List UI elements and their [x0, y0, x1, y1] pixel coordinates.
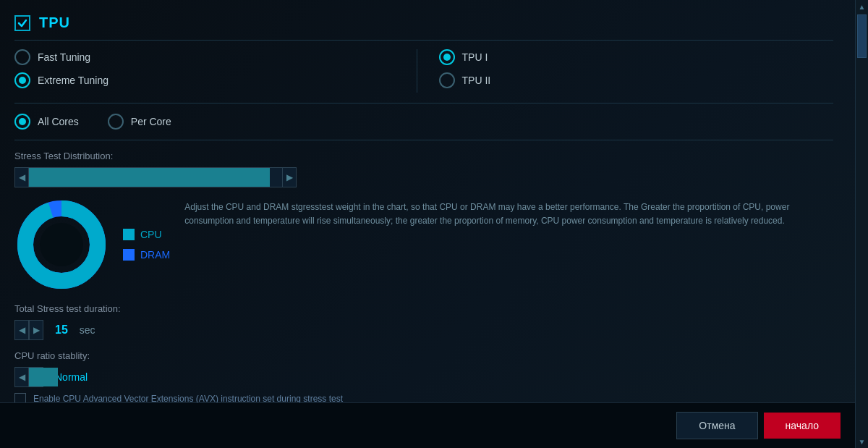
- enable-avx-row: Enable CPU Advanced Vector Extensions (A…: [14, 393, 833, 402]
- cores-row: All Cores Per Core: [14, 114, 833, 140]
- cpu-ratio-value: Normal: [55, 371, 88, 383]
- cpu-legend-label: CPU: [140, 229, 162, 240]
- duration-unit: sec: [80, 324, 95, 336]
- fast-tuning-radio[interactable]: [14, 49, 30, 65]
- stress-slider-left-arrow[interactable]: ◀: [14, 167, 29, 187]
- dram-legend-label: DRAM: [140, 249, 170, 261]
- scrollbar-thumb[interactable]: [857, 14, 867, 58]
- footer: Отмена начало: [0, 402, 855, 448]
- cpu-ratio-slider-fill: [29, 368, 58, 386]
- cpu-legend-box: [123, 229, 135, 240]
- start-button[interactable]: начало: [764, 413, 841, 439]
- duration-slider-right-arrow[interactable]: ▶: [29, 320, 43, 340]
- fast-tuning-option[interactable]: Fast Tuning: [14, 49, 409, 65]
- dram-legend-box: [123, 249, 135, 261]
- stress-slider-right-arrow[interactable]: ▶: [282, 167, 297, 187]
- fast-tuning-label: Fast Tuning: [38, 51, 90, 63]
- per-core-option[interactable]: Per Core: [108, 114, 171, 130]
- all-cores-option[interactable]: All Cores: [14, 114, 79, 130]
- scrollbar[interactable]: ▲ ▼: [855, 0, 868, 448]
- tpu-ii-option[interactable]: TPU II: [439, 72, 834, 88]
- stress-slider-fill: [29, 168, 270, 187]
- cpu-ratio-label: CPU ratio stablity:: [14, 350, 833, 361]
- tpu-ii-radio[interactable]: [439, 72, 455, 88]
- donut-chart: [14, 198, 109, 292]
- cpu-ratio-slider-left-arrow[interactable]: ◀: [14, 367, 29, 387]
- extreme-tuning-option[interactable]: Extreme Tuning: [14, 72, 409, 88]
- vertical-separator: [417, 49, 417, 93]
- duration-value: 15: [55, 324, 68, 337]
- avx-checkbox[interactable]: [14, 393, 26, 402]
- tuning-col-left: Fast Tuning Extreme Tuning: [14, 49, 409, 88]
- tpu-ii-label: TPU II: [462, 75, 491, 86]
- tuning-options-row: Fast Tuning Extreme Tuning TPU I: [14, 49, 833, 103]
- scrollbar-up-arrow[interactable]: ▲: [856, 0, 869, 13]
- scrollbar-track[interactable]: [856, 13, 868, 435]
- scrollbar-down-arrow[interactable]: ▼: [856, 435, 869, 448]
- tpu-i-radio[interactable]: [439, 49, 455, 65]
- stress-test-description: Adjust the CPU and DRAM stgresstest weig…: [184, 198, 833, 292]
- chart-area: CPU DRAM: [14, 198, 170, 292]
- content-area: TPU Fast Tuning Extreme Tuning: [0, 0, 855, 402]
- chart-desc-area: CPU DRAM Adjust the CPU and DRAM stgress…: [14, 198, 833, 292]
- tpu-i-label: TPU I: [462, 51, 488, 63]
- main-window: TPU Fast Tuning Extreme Tuning: [0, 0, 868, 448]
- per-core-radio[interactable]: [108, 114, 124, 130]
- tpu-i-radio-dot: [443, 54, 451, 61]
- tpu-i-option[interactable]: TPU I: [439, 49, 834, 65]
- cpu-ratio-row: ◀ ▶ Normal: [14, 367, 833, 387]
- duration-section: Total Stress test duration: ◀ ▶ 15 sec: [14, 303, 833, 340]
- duration-row: ◀ ▶ 15 sec: [14, 320, 833, 340]
- cpu-legend-item: CPU: [123, 229, 170, 240]
- tpu-title: TPU: [39, 14, 70, 31]
- duration-label: Total Stress test duration:: [14, 303, 833, 314]
- stress-test-section: Stress Test Distribution: ◀ ▶: [14, 151, 833, 292]
- tuning-col-right: TPU I TPU II: [425, 49, 834, 88]
- stress-slider-track[interactable]: [29, 167, 282, 187]
- all-cores-label: All Cores: [38, 116, 79, 127]
- stress-slider-container: ◀ ▶: [14, 167, 297, 187]
- duration-slider-container: ◀ ▶: [14, 320, 43, 340]
- cancel-button[interactable]: Отмена: [676, 412, 757, 439]
- all-cores-radio-dot: [19, 118, 26, 125]
- extreme-tuning-radio[interactable]: [14, 72, 30, 88]
- extreme-tuning-radio-dot: [19, 77, 26, 84]
- svg-point-2: [40, 223, 83, 266]
- cpu-ratio-slider-container: ◀ ▶: [14, 367, 43, 387]
- dram-legend-item: DRAM: [123, 249, 170, 261]
- avx-label: Enable CPU Advanced Vector Extensions (A…: [33, 394, 343, 402]
- tpu-header: TPU: [14, 7, 833, 41]
- extreme-tuning-label: Extreme Tuning: [38, 75, 109, 86]
- per-core-label: Per Core: [131, 116, 171, 127]
- cpu-ratio-section: CPU ratio stablity: ◀ ▶ Normal: [14, 350, 833, 387]
- all-cores-radio[interactable]: [14, 114, 30, 130]
- stress-test-label: Stress Test Distribution:: [14, 151, 833, 161]
- tpu-checkbox[interactable]: [14, 15, 30, 31]
- chart-legend: CPU DRAM: [123, 229, 170, 261]
- duration-slider-left-arrow[interactable]: ◀: [14, 320, 29, 340]
